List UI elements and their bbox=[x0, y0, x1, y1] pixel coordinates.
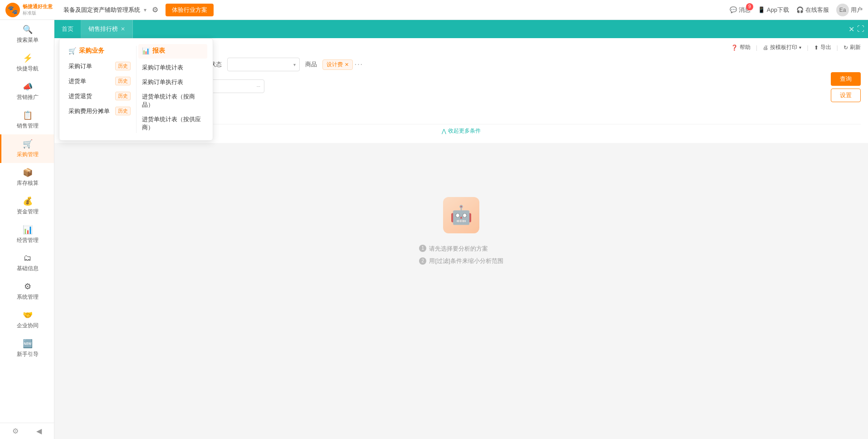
goods-tag: 设计费 ✕ bbox=[322, 59, 353, 70]
avatar: Ea bbox=[836, 4, 849, 16]
report-col: 📊 报表 采购订单统计表 采购订单执行表 进货单统计表（按商品） 进货单统计表（… bbox=[137, 42, 210, 137]
help-btn[interactable]: ❓ 帮助 bbox=[731, 44, 751, 51]
headset-icon: 🎧 bbox=[796, 6, 804, 13]
history-badge-2: 历史 bbox=[115, 92, 131, 100]
history-badge-3: 历史 bbox=[115, 107, 131, 115]
goods-tag-close-icon[interactable]: ✕ bbox=[345, 62, 349, 68]
goods-return-item[interactable]: 进货退货 历史 bbox=[65, 89, 134, 104]
system-name: 装备及固定资产辅助管理系统 bbox=[63, 6, 140, 14]
user-btn[interactable]: Ea 用户 bbox=[836, 4, 863, 16]
sidebar-item-inventory[interactable]: 📦 库存核算 bbox=[0, 163, 54, 192]
purchase-order-exec-item[interactable]: 采购订单执行表 bbox=[138, 75, 208, 89]
phone-icon: 📱 bbox=[758, 6, 765, 13]
export-btn[interactable]: ⬆ 导出 bbox=[814, 44, 831, 51]
sidebar-item-sales[interactable]: 📋 销售管理 bbox=[0, 106, 54, 134]
goods-more-icon[interactable]: ··· bbox=[355, 60, 363, 69]
tab-close-icon[interactable]: ✕ bbox=[121, 26, 125, 32]
online-service-btn[interactable]: 🎧 在线客服 bbox=[796, 6, 829, 14]
purchase-col-icon: 🛒 bbox=[68, 47, 76, 54]
refresh-icon: ↻ bbox=[844, 44, 848, 51]
purchase-col-title: 🛒 采购业务 bbox=[65, 44, 134, 59]
print-btn[interactable]: 🖨 按模板打印 ▾ bbox=[763, 44, 801, 51]
collapse-arrow-icon: ⋀ bbox=[442, 128, 446, 134]
sidebar: 🔍 搜索菜单 ⚡ 快捷导航 📣 营销推广 📋 销售管理 🛒 采购管理 📦 库存核… bbox=[0, 20, 54, 439]
clipboard-icon: 📋 bbox=[23, 110, 33, 120]
system-arrow-icon[interactable]: ▾ bbox=[144, 7, 146, 13]
empty-state: 🤖 1 请先选择要分析的方案 2 用[过滤]条件来缩小分析范围 bbox=[54, 143, 868, 316]
industry-btn[interactable]: 体验行业方案 bbox=[166, 4, 214, 16]
empty-hints: 1 请先选择要分析的方案 2 用[过滤]条件来缩小分析范围 bbox=[419, 243, 503, 266]
logo-text: 畅捷通好生意 标准版 bbox=[23, 3, 53, 16]
sidebar-item-quicknav[interactable]: ⚡ 快捷导航 bbox=[0, 49, 54, 77]
header-system: 装备及固定资产辅助管理系统 ▾ ⚙ 体验行业方案 bbox=[60, 4, 730, 16]
purchase-fee-item[interactable]: 采购费用分摊单 历史 bbox=[65, 104, 134, 118]
query-btn[interactable]: 查询 bbox=[831, 72, 861, 86]
purchase-col: 🛒 采购业务 采购订单 历史 进货单 历史 进货退货 历史 采购费用分摊单 历史 bbox=[63, 42, 136, 137]
logo-area: 🐾 畅捷通好生意 标准版 bbox=[5, 3, 60, 17]
goods-filter: 设计费 ✕ ··· bbox=[322, 59, 824, 70]
sidebar-item-marketing[interactable]: 📣 营销推广 bbox=[0, 77, 54, 106]
handshake-icon: 🤝 bbox=[23, 310, 33, 320]
report-col-title: 📊 报表 bbox=[138, 44, 208, 59]
tab-bar: 首页 销售排行榜 ✕ ✕ ⛶ bbox=[54, 20, 868, 38]
print-arrow-icon: ▾ bbox=[799, 45, 801, 50]
sidebar-item-enterprise[interactable]: 🤝 企业协同 bbox=[0, 306, 54, 334]
salesperson-arrow-icon: ··· bbox=[257, 84, 260, 89]
empty-illustration: 🤖 bbox=[434, 192, 488, 238]
question-icon: ❓ bbox=[731, 44, 738, 51]
sidebar-item-guide[interactable]: 🆕 新手引导 bbox=[0, 334, 54, 363]
tab-home[interactable]: 首页 bbox=[54, 20, 81, 38]
tab-expand-icon[interactable]: ⛶ bbox=[857, 25, 864, 33]
receipt-stat-supplier-item[interactable]: 进货单统计表（按供应商） bbox=[138, 112, 208, 135]
purchase-dropdown-menu: 🛒 采购业务 采购订单 历史 进货单 历史 进货退货 历史 采购费用分摊单 历史 bbox=[59, 38, 213, 141]
search-icon: 🔍 bbox=[23, 25, 33, 35]
tab-sales-rank[interactable]: 销售排行榜 ✕ bbox=[81, 20, 133, 38]
settings-icon[interactable]: ⚙ bbox=[152, 5, 158, 14]
sidebar-settings-icon[interactable]: ⚙ bbox=[12, 427, 19, 435]
message-btn[interactable]: 💬 消息 9 bbox=[730, 6, 751, 14]
sidebar-item-system[interactable]: ⚙ 系统管理 bbox=[0, 277, 54, 306]
purchase-order-item[interactable]: 采购订单 历史 bbox=[65, 59, 134, 74]
goods-receipt-item[interactable]: 进货单 历史 bbox=[65, 74, 134, 89]
purchase-order-stat-item[interactable]: 采购订单统计表 bbox=[138, 60, 208, 75]
cart-icon: 🛒 bbox=[23, 139, 33, 149]
history-badge-0: 历史 bbox=[115, 62, 131, 70]
folder-icon: 🗂 bbox=[24, 253, 32, 263]
new-icon: 🆕 bbox=[23, 339, 33, 349]
box-icon: 📦 bbox=[23, 168, 33, 178]
history-badge-1: 历史 bbox=[115, 77, 131, 85]
logo-icon: 🐾 bbox=[5, 3, 20, 17]
app-download-btn[interactable]: 📱 App下载 bbox=[758, 6, 789, 14]
report-col-icon: 📊 bbox=[142, 47, 150, 54]
export-icon: ⬆ bbox=[814, 44, 819, 51]
robot-icon: 🤖 bbox=[443, 197, 479, 233]
sidebar-item-search[interactable]: 🔍 搜索菜单 bbox=[0, 20, 54, 49]
query-buttons: 查询 设置 bbox=[831, 58, 861, 102]
flash-icon: ⚡ bbox=[23, 53, 33, 63]
refresh-btn[interactable]: ↻ 刷新 bbox=[844, 44, 861, 51]
tab-close-all-icon[interactable]: ✕ bbox=[848, 25, 854, 34]
megaphone-icon: 📣 bbox=[23, 82, 33, 92]
message-badge: 9 bbox=[746, 3, 753, 10]
settings-btn[interactable]: 设置 bbox=[831, 89, 861, 102]
chart-icon: 📊 bbox=[23, 225, 33, 235]
message-icon: 💬 bbox=[730, 6, 737, 13]
dropdown-cols: 🛒 采购业务 采购订单 历史 进货单 历史 进货退货 历史 采购费用分摊单 历史 bbox=[63, 42, 209, 137]
status-select-arrow: ▾ bbox=[293, 62, 296, 67]
receipt-stat-goods-item[interactable]: 进货单统计表（按商品） bbox=[138, 89, 208, 112]
top-header: 🐾 畅捷通好生意 标准版 装备及固定资产辅助管理系统 ▾ ⚙ 体验行业方案 💬 … bbox=[0, 0, 868, 20]
sidebar-bottom: ⚙ ◀ bbox=[0, 423, 54, 439]
sidebar-item-finance[interactable]: 💰 资金管理 bbox=[0, 192, 54, 220]
tab-bar-controls: ✕ ⛶ bbox=[845, 20, 868, 38]
sidebar-item-purchase[interactable]: 🛒 采购管理 bbox=[0, 134, 54, 163]
sidebar-item-operations[interactable]: 📊 经营管理 bbox=[0, 220, 54, 249]
status-select[interactable]: ▾ bbox=[227, 58, 300, 71]
sidebar-item-basic-info[interactable]: 🗂 基础信息 bbox=[0, 249, 54, 277]
sidebar-collapse-icon[interactable]: ◀ bbox=[36, 427, 42, 435]
print-icon: 🖨 bbox=[763, 44, 768, 51]
money-icon: 💰 bbox=[23, 196, 33, 206]
gear-icon: ⚙ bbox=[24, 281, 31, 291]
header-right: 💬 消息 9 📱 App下载 🎧 在线客服 Ea 用户 bbox=[730, 4, 863, 16]
